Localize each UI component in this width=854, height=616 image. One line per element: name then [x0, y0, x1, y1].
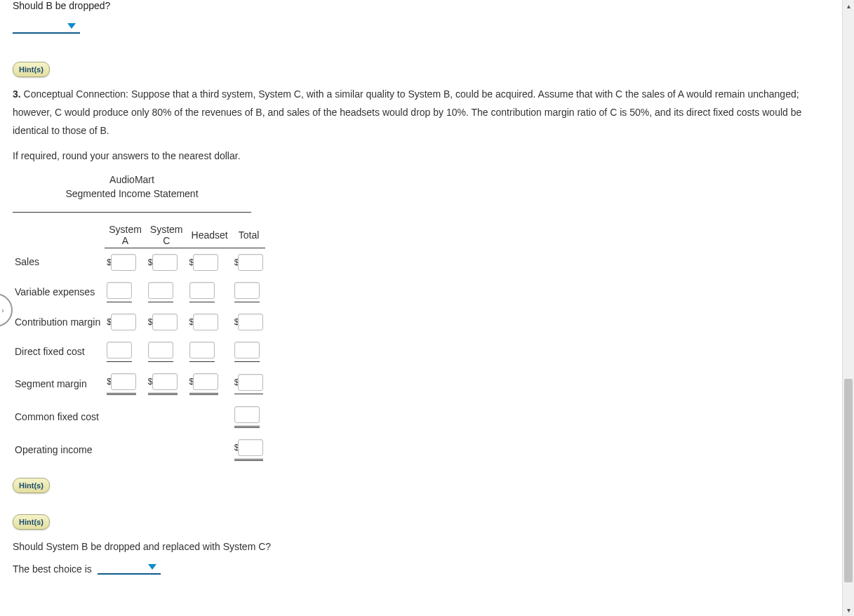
chevron-down-icon [148, 564, 156, 570]
sm-system-a[interactable] [111, 373, 136, 390]
col-total: Total [232, 221, 266, 248]
statement-title: Segmented Income Statement [13, 188, 251, 199]
question-replace-c: Should System B be dropped and replaced … [13, 541, 829, 552]
sales-system-c[interactable] [152, 254, 178, 271]
side-tab-icon[interactable]: › [0, 293, 13, 327]
sales-total[interactable] [238, 254, 263, 271]
income-statement-table: AudioMart Segmented Income Statement › S… [13, 174, 251, 467]
col-system-a: System A [105, 221, 146, 248]
scroll-up-icon[interactable]: ▴ [843, 0, 854, 12]
question-number: 3. [13, 88, 21, 100]
hint-button[interactable]: Hint(s) [13, 478, 50, 493]
rounding-note: If required, round your answers to the n… [13, 150, 829, 161]
dropdown-drop-b[interactable] [13, 17, 80, 34]
best-choice-line: The best choice is [13, 559, 829, 575]
dfc-total[interactable] [234, 342, 260, 359]
cm-headset[interactable] [193, 314, 218, 330]
sm-total[interactable] [238, 374, 263, 391]
table-rule [13, 212, 251, 213]
vertical-scrollbar[interactable]: ▴ ▾ [842, 0, 854, 616]
hint-button[interactable]: Hint(s) [13, 62, 50, 77]
cm-total[interactable] [238, 314, 263, 330]
scroll-down-icon[interactable]: ▾ [843, 604, 854, 616]
scroll-thumb[interactable] [844, 379, 853, 582]
row-operating-income: Operating income $ [13, 434, 265, 467]
ve-headset[interactable] [189, 282, 215, 299]
best-choice-label: The best choice is [13, 563, 92, 575]
dropdown-best-choice[interactable] [98, 559, 161, 575]
question-3-text: 3. Conceptual Connection: Suppose that a… [13, 86, 829, 140]
sm-headset[interactable] [193, 373, 218, 390]
col-headset: Headset [187, 221, 232, 248]
row-variable-expenses: Variable expenses [13, 276, 265, 308]
cm-system-c[interactable] [152, 314, 178, 330]
sm-system-c[interactable] [152, 373, 178, 390]
sales-system-a[interactable] [111, 254, 136, 271]
cm-system-a[interactable] [111, 314, 136, 330]
ve-system-c[interactable] [148, 282, 173, 299]
row-sales: Sales $ $ $ $ [13, 248, 265, 276]
row-segment-margin: Segment margin $ $ $ $ [13, 368, 265, 401]
ve-system-a[interactable] [107, 282, 132, 299]
oi-total[interactable] [238, 439, 263, 456]
col-system-c: System C [146, 221, 187, 248]
table-header-row: System A System C Headset Total [13, 221, 265, 248]
dfc-headset[interactable] [189, 342, 215, 359]
row-direct-fixed-cost: Direct fixed cost [13, 336, 265, 368]
ve-total[interactable] [234, 282, 260, 299]
dfc-system-c[interactable] [148, 342, 173, 359]
dfc-system-a[interactable] [107, 342, 132, 359]
hint-button[interactable]: Hint(s) [13, 514, 50, 530]
chevron-down-icon [67, 23, 76, 29]
company-name: AudioMart [13, 174, 251, 185]
row-contribution-margin: Contribution margin $ $ $ $ [13, 308, 265, 336]
sales-headset[interactable] [193, 254, 218, 271]
row-common-fixed-cost: Common fixed cost [13, 401, 265, 434]
cfc-total[interactable] [234, 406, 260, 423]
question-drop-b: Should B be dropped? [13, 0, 829, 11]
